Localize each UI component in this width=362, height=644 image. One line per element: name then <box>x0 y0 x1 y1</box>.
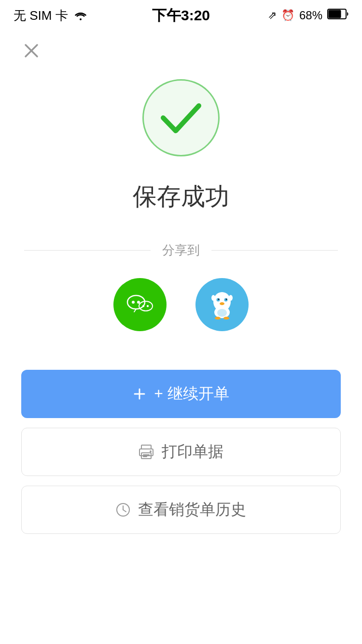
wechat-icon <box>125 292 156 318</box>
divider-row: 分享到 <box>0 242 362 259</box>
wifi-icon <box>73 10 88 21</box>
svg-point-5 <box>132 301 135 304</box>
status-left: 无 SIM 卡 <box>14 7 88 24</box>
continue-order-button[interactable]: + 继续开单 <box>21 370 341 418</box>
share-label: 分享到 <box>151 242 211 259</box>
close-button[interactable] <box>19 39 43 63</box>
continue-order-label: + 继续开单 <box>154 383 229 405</box>
svg-rect-27 <box>143 454 150 455</box>
svg-rect-28 <box>143 456 147 457</box>
svg-point-16 <box>211 295 215 301</box>
svg-point-15 <box>220 302 224 305</box>
history-button[interactable]: 查看销货单历史 <box>21 486 341 534</box>
plus-icon <box>133 387 146 401</box>
svg-point-20 <box>215 317 221 320</box>
svg-line-32 <box>123 510 126 512</box>
svg-point-8 <box>142 305 144 307</box>
svg-point-17 <box>229 295 233 301</box>
alarm-icon: ⏰ <box>281 9 294 22</box>
qq-icon <box>208 289 237 321</box>
battery-text: 68% <box>299 9 322 22</box>
action-buttons: + 继续开单 打印单据 <box>0 370 362 534</box>
svg-point-13 <box>218 298 220 300</box>
print-label: 打印单据 <box>162 441 223 462</box>
wechat-share-button[interactable] <box>113 278 167 331</box>
success-icon-circle <box>142 79 220 156</box>
battery-icon <box>327 9 348 22</box>
main-content: 保存成功 分享到 <box>0 31 362 534</box>
history-label: 查看销货单历史 <box>138 499 246 520</box>
svg-point-19 <box>217 309 227 317</box>
share-icons <box>113 278 249 331</box>
svg-point-29 <box>150 450 152 452</box>
share-section: 分享到 <box>0 242 362 331</box>
svg-point-6 <box>137 301 140 304</box>
svg-rect-1 <box>329 10 341 18</box>
status-bar: 无 SIM 卡 下午3:20 ⇗ ⏰ 68% <box>0 0 362 31</box>
printer-icon <box>139 445 154 459</box>
success-title: 保存成功 <box>133 181 229 213</box>
svg-point-7 <box>139 301 153 311</box>
status-right: ⇗ ⏰ 68% <box>268 9 348 22</box>
svg-point-9 <box>146 305 148 307</box>
location-icon: ⇗ <box>268 9 277 22</box>
svg-rect-24 <box>141 445 151 449</box>
sim-text: 无 SIM 卡 <box>14 7 68 24</box>
divider-left <box>24 250 151 251</box>
status-time: 下午3:20 <box>152 6 210 26</box>
clock-icon <box>116 503 130 517</box>
svg-point-14 <box>226 298 227 300</box>
checkmark-icon <box>159 101 203 135</box>
print-button[interactable]: 打印单据 <box>21 428 341 476</box>
divider-right <box>211 250 338 251</box>
qq-share-button[interactable] <box>195 278 249 331</box>
svg-point-21 <box>223 317 229 320</box>
